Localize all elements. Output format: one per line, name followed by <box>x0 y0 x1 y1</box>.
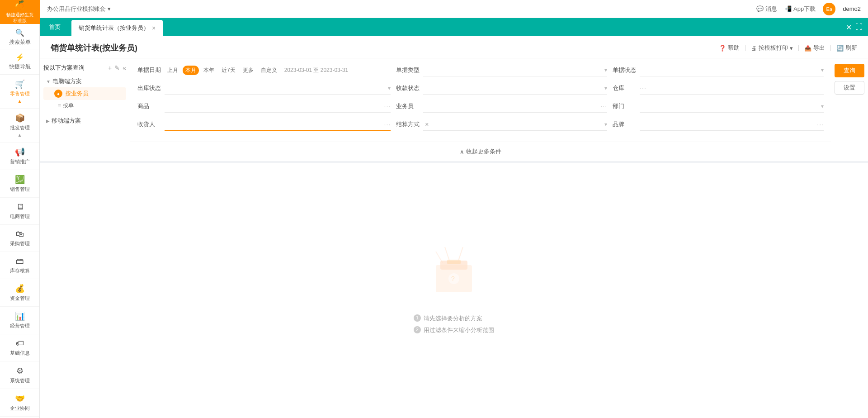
filter-row-4: 收货人 ··· 结算方式 × <box>137 118 824 131</box>
print-button[interactable]: 🖨 按模板打印 ▾ <box>751 44 793 52</box>
tip1-num: 1 <box>414 314 421 322</box>
dropdown-arrow-icon: ▾ <box>108 5 111 12</box>
wholesale-icon: 📦 <box>15 113 25 123</box>
brand-dots: ··· <box>817 121 824 128</box>
empty-tips: 1 请先选择要分析的方案 2 用过滤条件来缩小分析范围 <box>414 314 494 334</box>
sidebar-item-wholesale[interactable]: 📦 批发管理 ▲ <box>0 109 39 142</box>
message-button[interactable]: 💬 消息 <box>756 5 777 13</box>
system-label: 系统管理 <box>10 377 30 384</box>
basic-icon: 🏷 <box>16 339 24 348</box>
department-label: 部门 <box>613 102 636 110</box>
scheme-sub-item-order[interactable]: ≡ 按单 <box>43 100 126 111</box>
query-button[interactable]: 查询 <box>835 64 864 77</box>
settlement-field: 结算方式 × ▾ <box>396 118 607 131</box>
date-tabs: 上月 本月 本年 近7天 更多 自定义 <box>165 66 280 75</box>
doc-status-control[interactable]: ▾ <box>640 64 824 76</box>
scheme-add-icon[interactable]: + <box>108 64 112 71</box>
tab-active[interactable]: 销货单统计表（按业务员） × <box>71 20 163 36</box>
query-scheme-panel: 按以下方案查询 + ✎ « ▼ 电脑端方案 ● 按业务员 <box>40 58 130 161</box>
filter-fields: 单据日期 上月 本月 本年 近7天 更多 自定义 20 <box>130 58 831 142</box>
topbar: 办公用品行业模拟账套 ▾ 💬 消息 📲 App下载 Ea demo2 <box>40 0 868 18</box>
export-button[interactable]: 📤 导出 <box>804 44 825 52</box>
window-close-icon[interactable]: ✕ <box>846 23 852 32</box>
settlement-control[interactable]: × ▾ <box>423 118 607 131</box>
sidebar-item-ecommerce[interactable]: 🖥 电商管理 <box>0 198 39 225</box>
sub-item-icon: ≡ <box>58 103 61 109</box>
date-tab-custom[interactable]: 自定义 <box>258 66 280 75</box>
sidebar-item-sales[interactable]: 💹 销售管理 <box>0 170 39 198</box>
salesperson-control[interactable]: ··· <box>423 100 607 113</box>
doc-status-label: 单据状态 <box>613 66 636 74</box>
tab-close-icon[interactable]: × <box>152 24 156 32</box>
sidebar-item-basic[interactable]: 🏷 基础信息 <box>0 334 39 361</box>
avatar[interactable]: Ea <box>823 3 835 15</box>
stock-status-control[interactable]: ▾ <box>165 82 391 95</box>
page-title: 销货单统计表(按业务员) <box>51 43 137 53</box>
collapse-arrow-icon: ∧ <box>460 148 464 155</box>
print-label: 按模板打印 <box>759 44 788 52</box>
scheme-desktop-group: ▼ 电脑端方案 ● 按业务员 ≡ 按单 <box>43 76 126 111</box>
warehouse-control[interactable]: ··· <box>640 82 824 95</box>
department-control[interactable]: ▾ <box>640 100 824 113</box>
stock-status-field: 出库状态 ▾ <box>137 82 391 95</box>
sidebar-item-marketing[interactable]: 📢 营销推广 <box>0 142 39 170</box>
search-label: 搜索菜单 <box>9 38 31 46</box>
app-download-button[interactable]: 📲 App下载 <box>784 5 816 13</box>
scheme-collapse-icon[interactable]: « <box>123 64 126 71</box>
inventory-icon: 🗃 <box>16 256 24 266</box>
sidebar-shortcut[interactable]: ⚡ 快捷导航 <box>0 49 39 75</box>
consignee-field: 收货人 ··· <box>137 118 391 131</box>
shortcut-label: 快捷导航 <box>9 63 31 71</box>
doc-type-control[interactable]: ▾ <box>423 64 607 76</box>
scheme-mobile-group: ▶ 移动端方案 <box>43 115 126 127</box>
ecommerce-icon: 🖥 <box>16 202 24 212</box>
date-tab-7days[interactable]: 近7天 <box>219 66 238 75</box>
product-control[interactable]: ··· <box>165 100 391 113</box>
breadcrumb-dropdown[interactable]: 办公用品行业模拟账套 ▾ <box>47 5 111 13</box>
scheme-edit-icon[interactable]: ✎ <box>114 64 120 71</box>
stock-status-arrow: ▾ <box>388 85 391 91</box>
app-logo[interactable]: 🍊 畅捷通好生意 标准版 <box>0 0 40 24</box>
sidebar-item-cooperation[interactable]: 🤝 企业协同 <box>0 389 39 417</box>
sidebar-item-system[interactable]: ⚙ 系统管理 <box>0 361 39 389</box>
consignee-label: 收货人 <box>137 120 161 128</box>
username-label[interactable]: demo2 <box>843 5 861 12</box>
sidebar-item-purchase[interactable]: 🛍 采购管理 <box>0 225 39 252</box>
date-tab-this-year[interactable]: 本年 <box>201 66 217 75</box>
sidebar-search[interactable]: 🔍 搜索菜单 <box>0 24 39 49</box>
operation-icon: 📊 <box>15 311 25 321</box>
date-tab-this-month[interactable]: 本月 <box>183 66 199 75</box>
consignee-control[interactable]: ··· <box>165 118 391 131</box>
consignee-dots: ··· <box>384 121 391 128</box>
payment-status-arrow: ▾ <box>604 85 607 91</box>
scheme-desktop-group-header[interactable]: ▼ 电脑端方案 <box>43 76 126 87</box>
empty-illustration: ? <box>427 247 481 307</box>
sidebar-item-retail[interactable]: 🛒 零售管理 ▲ <box>0 75 39 109</box>
tab-home[interactable]: 首页 <box>40 18 70 36</box>
settlement-arrow: ▾ <box>604 121 607 128</box>
sidebar-item-inventory[interactable]: 🗃 库存核算 <box>0 252 39 279</box>
sales-icon: 💹 <box>15 175 25 185</box>
sales-label: 销售管理 <box>10 186 30 193</box>
sidebar-item-finance[interactable]: 💰 资金管理 <box>0 279 39 307</box>
settlement-clear-btn[interactable]: × <box>423 121 430 128</box>
ecommerce-label: 电商管理 <box>10 213 30 220</box>
salesperson-label: 业务员 <box>396 102 420 110</box>
collapse-button[interactable]: ∧ 收起更多条件 <box>454 146 507 157</box>
help-button[interactable]: ❓ 帮助 <box>719 44 740 52</box>
page-actions: ❓ 帮助 🖨 按模板打印 ▾ 📤 导出 🔄 刷新 <box>719 44 857 52</box>
scheme-item-salesperson[interactable]: ● 按业务员 <box>43 87 126 100</box>
divider1 <box>745 45 745 51</box>
refresh-button[interactable]: 🔄 刷新 <box>836 44 857 52</box>
scheme-mobile-header[interactable]: ▶ 移动端方案 <box>43 115 126 127</box>
tabbar: 首页 销货单统计表（按业务员） × ✕ ⛶ <box>40 18 868 36</box>
window-restore-icon[interactable]: ⛶ <box>855 23 863 31</box>
settings-button[interactable]: 设置 <box>835 81 864 95</box>
sidebar-item-operation[interactable]: 📊 经营管理 <box>0 307 39 334</box>
date-tab-last-month[interactable]: 上月 <box>165 66 181 75</box>
brand-control[interactable]: ··· <box>640 118 824 131</box>
date-tab-more[interactable]: 更多 <box>240 66 256 75</box>
warehouse-dots: ··· <box>640 85 646 92</box>
logo-icon: 🍊 <box>14 0 25 11</box>
payment-status-control[interactable]: ▾ <box>423 82 607 95</box>
